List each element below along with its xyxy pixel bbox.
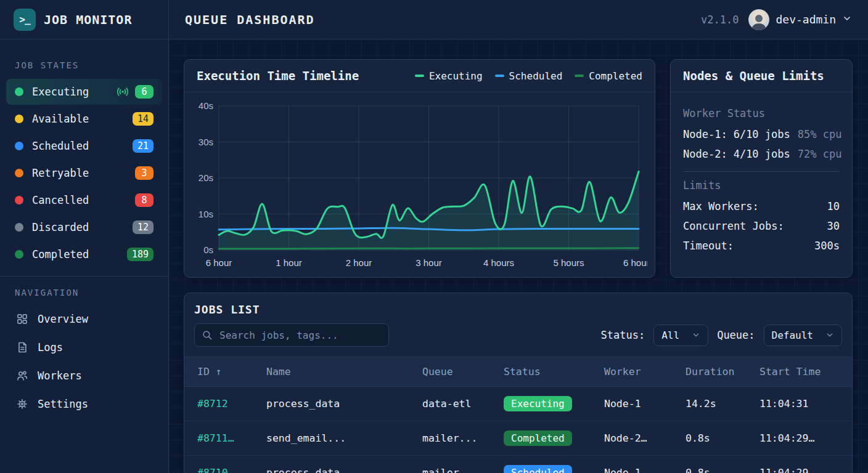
- node-status-row: Node-1: 6/10 jobs 85% cpu: [683, 128, 840, 140]
- version-label: v2.1.0: [701, 14, 739, 26]
- divider: [683, 171, 840, 172]
- column-header-id[interactable]: ID ↑: [184, 357, 253, 387]
- nodes-card-title: Nodes & Queue Limits: [683, 69, 824, 83]
- table-row[interactable]: #8711… send_email... mailer... Completed…: [184, 421, 853, 456]
- state-dot: [15, 196, 23, 204]
- job-start-time: 11:04:29: [747, 456, 853, 473]
- state-label: Discarded: [32, 221, 89, 233]
- grid-icon: [16, 313, 28, 325]
- nav-label: Logs: [38, 341, 63, 354]
- timeline-card: Execution Time Timeline Executing Schedu…: [184, 59, 655, 278]
- line-chart-svg: 0s10s20s30s40s6 hour1 hour2 hour3 hour4 …: [188, 99, 647, 275]
- node-status-row: Node-2: 4/10 jobs 72% cpu: [683, 148, 840, 160]
- limit-row: Concurrent Jobs: 30: [683, 220, 840, 232]
- user-name: dev-admin: [776, 13, 836, 26]
- svg-text:10s: 10s: [199, 209, 213, 219]
- state-count-badge: 21: [133, 139, 154, 153]
- status-filter-label: Status:: [601, 329, 645, 341]
- state-dot: [15, 87, 23, 96]
- column-header-status: Status: [491, 357, 591, 387]
- sidebar: JOB STATES Executing 6 Available 14 Sche…: [0, 39, 169, 473]
- sidebar-item-workers[interactable]: Workers: [0, 362, 168, 390]
- state-dot: [15, 115, 23, 123]
- app-header: >_ JOB MONITOR QUEUE DASHBOARD v2.1.0 de…: [0, 0, 868, 39]
- sidebar-item-retryable[interactable]: Retryable 3: [6, 160, 162, 186]
- job-start-time: 11:04:31: [747, 387, 853, 421]
- search-icon: [202, 329, 213, 343]
- state-dot: [15, 250, 23, 259]
- legend-item-completed[interactable]: Completed: [575, 70, 642, 82]
- sidebar-item-settings[interactable]: Settings: [0, 390, 168, 418]
- job-queue: mailer...: [409, 421, 491, 456]
- svg-text:3 hour: 3 hour: [416, 257, 442, 268]
- job-id-link[interactable]: #8711…: [197, 432, 234, 444]
- people-icon: [16, 370, 28, 382]
- job-id-link[interactable]: #8712: [197, 398, 228, 410]
- sidebar-item-scheduled[interactable]: Scheduled 21: [6, 133, 162, 159]
- svg-text:1 hour: 1 hour: [276, 257, 302, 268]
- job-queue: mailer: [409, 456, 491, 473]
- job-name: process_data: [253, 387, 409, 421]
- table-row[interactable]: #8712 process_data data-etl Executing No…: [184, 387, 853, 421]
- sidebar-item-available[interactable]: Available 14: [6, 106, 162, 132]
- job-start-time: 11:04:29…: [747, 421, 853, 456]
- svg-text:40s: 40s: [199, 100, 213, 111]
- job-name: process_data: [253, 456, 409, 473]
- column-header-worker: Worker: [591, 357, 673, 387]
- status-filter-select[interactable]: All: [653, 325, 708, 346]
- queue-filter-select[interactable]: Default: [764, 325, 842, 346]
- svg-text:5 hours: 5 hours: [553, 257, 584, 268]
- state-label: Available: [32, 113, 89, 125]
- job-worker: Node-2…: [591, 421, 673, 456]
- page-title: QUEUE DASHBOARD: [185, 12, 315, 27]
- sidebar-item-discarded[interactable]: Discarded 12: [6, 214, 162, 240]
- timeline-chart: 0s10s20s30s40s6 hour1 hour2 hour3 hour4 …: [184, 92, 655, 277]
- limit-row: Timeout: 300s: [683, 240, 840, 252]
- user-menu[interactable]: dev-admin: [748, 9, 852, 30]
- svg-text:6 hours: 6 hours: [623, 257, 647, 268]
- state-label: Scheduled: [32, 140, 89, 152]
- chevron-down-icon: [842, 14, 852, 26]
- status-badge: Completed: [504, 431, 572, 446]
- sort-ascending-icon: ↑: [216, 366, 222, 378]
- legend-item-scheduled[interactable]: Scheduled: [495, 70, 563, 82]
- state-label: Completed: [32, 248, 89, 261]
- nodes-card: Nodes & Queue Limits Worker Status Node-…: [670, 59, 853, 278]
- job-duration: 0.8s: [673, 421, 747, 456]
- legend-dash: [575, 75, 584, 77]
- terminal-logo-icon: >_: [14, 9, 36, 31]
- job-duration: 0.8s: [673, 456, 747, 473]
- table-row[interactable]: #8710 process_data mailer Scheduled Node…: [184, 456, 853, 473]
- limits-label: Limits: [683, 179, 840, 192]
- main-content: Execution Time Timeline Executing Schedu…: [169, 39, 868, 473]
- jobs-table-header: ID ↑ Name Queue Status Worker Duration S…: [184, 357, 853, 387]
- chevron-down-icon: [692, 331, 700, 339]
- jobs-table: ID ↑ Name Queue Status Worker Duration S…: [184, 357, 853, 473]
- nav-label: Settings: [38, 398, 88, 410]
- state-count-badge: 6: [135, 85, 154, 99]
- state-dot: [15, 223, 23, 232]
- legend-item-executing[interactable]: Executing: [415, 70, 483, 82]
- header-main: QUEUE DASHBOARD v2.1.0 dev-admin: [169, 0, 868, 39]
- status-badge: Executing: [504, 396, 572, 411]
- column-header-name: Name: [253, 357, 409, 387]
- state-dot: [15, 169, 23, 177]
- sidebar-item-overview[interactable]: Overview: [0, 305, 168, 333]
- sidebar-item-logs[interactable]: Logs: [0, 333, 168, 362]
- job-id-link[interactable]: #8710: [197, 467, 228, 473]
- svg-text:4 hours: 4 hours: [483, 257, 514, 268]
- nav-label: Workers: [38, 370, 82, 382]
- sidebar-item-completed[interactable]: Completed 189: [6, 241, 162, 267]
- sidebar-item-cancelled[interactable]: Cancelled 8: [6, 187, 162, 213]
- nav-label: Overview: [38, 313, 88, 325]
- job-name: send_email...: [253, 421, 409, 456]
- search-input[interactable]: [194, 323, 389, 347]
- live-broadcast-icon: [115, 86, 130, 98]
- column-header-queue: Queue: [409, 357, 491, 387]
- timeline-card-title: Execution Time Timeline: [197, 69, 359, 83]
- sidebar-item-executing[interactable]: Executing 6: [6, 79, 162, 105]
- svg-text:2 hour: 2 hour: [346, 257, 372, 268]
- svg-text:20s: 20s: [199, 172, 213, 183]
- state-count-badge: 12: [133, 220, 154, 234]
- state-count-badge: 189: [127, 248, 154, 261]
